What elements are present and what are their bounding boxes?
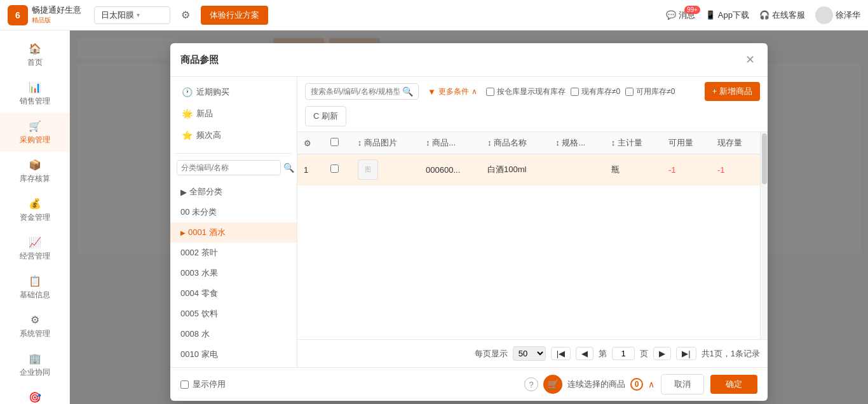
product-search-icon[interactable]: 🔍 — [402, 86, 413, 97]
left-panel: 🕐 近期购买 🌟 新品 ⭐ 频次高 — [170, 77, 297, 367]
next-page-button[interactable]: ▶ — [653, 347, 671, 360]
last-page-button[interactable]: ▶| — [676, 347, 696, 360]
show-disabled-checkbox[interactable] — [180, 380, 189, 389]
modal-footer: 显示停用 ? 🛒 连续选择的商品 0 ∧ 取消 确定 — [170, 367, 768, 401]
modal-close-button[interactable]: ✕ — [742, 52, 757, 67]
cart-collapse-icon[interactable]: ∧ — [648, 379, 654, 389]
sidebar-item-operations[interactable]: 📈 经营管理 — [0, 229, 69, 268]
col-spec[interactable]: ↕ 规格... — [549, 132, 604, 154]
sidebar-item-system[interactable]: ⚙ 系统管理 — [0, 307, 69, 346]
prev-page-button[interactable]: ◀ — [576, 347, 593, 360]
active-arrow-icon: ▶ — [180, 229, 186, 236]
sidebar-item-sales[interactable]: 📊 销售管理 — [0, 74, 69, 113]
sidebar-item-guide[interactable]: 🎯 新手引导 — [0, 384, 69, 404]
selected-count-badge: 0 — [630, 378, 643, 391]
new-icon: 🌟 — [182, 109, 193, 119]
online-service-item[interactable]: 🎧 在线客服 — [759, 10, 805, 21]
page-number-input[interactable] — [612, 347, 635, 360]
col-stock: 现存量 — [711, 132, 760, 154]
category-search-row: 🔍 — [170, 156, 297, 179]
table-row[interactable]: 1 图 — [297, 154, 760, 185]
row-available: -1 — [662, 154, 711, 185]
row-name: 白酒100ml — [481, 154, 549, 185]
user-item[interactable]: 徐泽华 — [815, 6, 860, 24]
top-nav: 6 畅捷通好生意 精品版 日太阳膜 ▾ ⚙ 体验行业方案 💬 消息 99+ 📱 … — [0, 0, 868, 30]
page-label-2: 页 — [640, 348, 648, 360]
category-0003[interactable]: 0003 水果 — [170, 263, 297, 283]
logo-sub: 精品版 — [32, 16, 81, 25]
app-download-item[interactable]: 📱 App下载 — [705, 10, 749, 21]
checkbox-warehouse-stock[interactable]: 按仓库显示现有库存 — [486, 86, 566, 97]
footer-mid: ? 🛒 连续选择的商品 0 ∧ — [524, 375, 654, 394]
sidebar-label-home: 首页 — [27, 57, 43, 68]
tab-new-items[interactable]: 🌟 新品 — [175, 104, 292, 124]
col-code[interactable]: ↕ 商品... — [419, 132, 481, 154]
checkbox-available-input[interactable] — [625, 88, 634, 96]
nav-store-dropdown[interactable]: 日太阳膜 ▾ — [94, 6, 170, 24]
cart-icon[interactable]: 🛒 — [543, 375, 562, 394]
page-size-select[interactable]: 50 100 200 — [513, 346, 546, 361]
settings-icon[interactable]: ⚙ — [175, 5, 196, 25]
message-item[interactable]: 💬 消息 99+ — [666, 10, 695, 21]
logo-text: 畅捷通好生意 — [32, 5, 81, 16]
logo-icon: 6 — [8, 5, 28, 25]
inventory-icon: 📦 — [29, 158, 41, 171]
scrollbar-thumb[interactable] — [762, 133, 767, 184]
sidebar-item-finance[interactable]: 💰 资金管理 — [0, 191, 69, 229]
cancel-button[interactable]: 取消 — [661, 374, 704, 394]
col-code-sort: ↕ — [426, 138, 430, 147]
product-search-input[interactable] — [311, 87, 400, 96]
logo-area: 6 畅捷通好生意 精品版 — [8, 5, 81, 25]
message-badge: 99+ — [684, 6, 700, 14]
row-select-checkbox[interactable] — [330, 165, 339, 173]
help-icon[interactable]: ? — [524, 377, 538, 391]
more-filter-button[interactable]: ▼ 更多条件 ∧ — [424, 84, 481, 100]
category-00[interactable]: 00 未分类 — [170, 202, 297, 222]
tab-recent-purchase[interactable]: 🕐 近期购买 — [175, 82, 292, 102]
category-search-input[interactable] — [177, 160, 281, 175]
sidebar-item-basic-info[interactable]: 📋 基础信息 — [0, 268, 69, 307]
category-0002[interactable]: 0002 茶叶 — [170, 243, 297, 263]
finance-icon: 💰 — [29, 197, 41, 210]
category-0004[interactable]: 0004 零食 — [170, 283, 297, 304]
sidebar-item-purchase[interactable]: 🛒 采购管理 — [0, 113, 69, 152]
category-0001[interactable]: ▶ 0001 酒水 — [170, 222, 297, 243]
select-all-checkbox[interactable] — [330, 138, 339, 146]
sidebar-item-enterprise[interactable]: 🏢 企业协同 — [0, 346, 69, 384]
total-info: 共1页，1条记录 — [702, 348, 760, 360]
sidebar-item-inventory[interactable]: 📦 库存核算 — [0, 152, 69, 191]
guide-icon: 🎯 — [29, 391, 41, 403]
col-name[interactable]: ↕ 商品名称 — [481, 132, 549, 154]
refresh-button[interactable]: C 刷新 — [305, 106, 346, 126]
row-image: 图 — [351, 154, 419, 185]
category-all[interactable]: ▶ 全部分类 — [170, 182, 297, 202]
headset-icon: 🎧 — [759, 10, 770, 20]
sidebar-label-purchase: 采购管理 — [20, 135, 50, 145]
category-search-button[interactable]: 🔍 — [283, 163, 294, 173]
category-0008[interactable]: 0008 水 — [170, 324, 297, 344]
checkbox-available-stock[interactable]: 可用库存≠0 — [625, 86, 675, 97]
system-icon: ⚙ — [29, 313, 41, 326]
first-page-button[interactable]: |◀ — [551, 347, 571, 360]
product-table: ⚙ ↕ 商品图片 — [297, 132, 760, 185]
chevron-down-icon: ▾ — [137, 11, 140, 18]
checkbox-current-stock[interactable]: 现有库存≠0 — [571, 86, 620, 97]
tab-high-frequency[interactable]: ⭐ 频次高 — [175, 125, 292, 145]
col-image: ↕ 商品图片 — [351, 132, 419, 154]
confirm-button[interactable]: 确定 — [710, 375, 757, 394]
add-product-button[interactable]: + 新增商品 — [705, 82, 760, 101]
col-unit[interactable]: ↕ 主计量 — [605, 132, 662, 154]
col-settings[interactable]: ⚙ — [297, 132, 324, 154]
table-settings-icon[interactable]: ⚙ — [304, 138, 311, 148]
table-scrollbar[interactable] — [760, 132, 768, 339]
checkbox-warehouse-input[interactable] — [486, 88, 494, 96]
experience-button[interactable]: 体验行业方案 — [201, 6, 268, 25]
category-0005[interactable]: 0005 饮料 — [170, 304, 297, 324]
modal-header: 商品参照 ✕ — [170, 43, 768, 77]
category-0010[interactable]: 0010 家电 — [170, 344, 297, 365]
sidebar-item-home[interactable]: 🏠 首页 — [0, 36, 69, 74]
checkbox-current-input[interactable] — [571, 88, 579, 96]
product-reference-modal: 商品参照 ✕ 🕐 近期购买 🌟 — [170, 43, 768, 401]
col-spec-sort: ↕ — [555, 138, 560, 147]
col-available: 可用量 — [662, 132, 711, 154]
